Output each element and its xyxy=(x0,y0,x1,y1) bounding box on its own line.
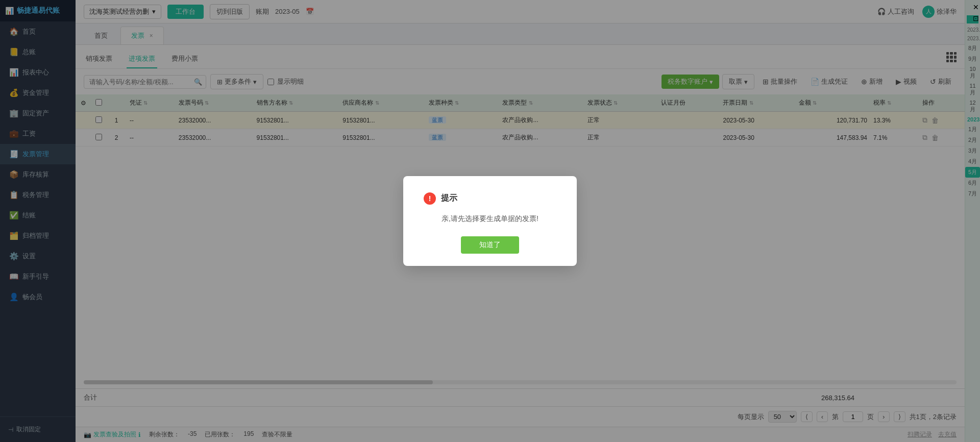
modal-ok-button[interactable]: 知道了 xyxy=(461,236,519,254)
modal-overlay: ! 提示 亲,请先选择要生成单据的发票! 知道了 xyxy=(0,0,980,442)
warning-char: ! xyxy=(429,194,431,203)
modal-body: 亲,请先选择要生成单据的发票! xyxy=(442,213,538,224)
modal-box: ! 提示 亲,请先选择要生成单据的发票! 知道了 xyxy=(403,176,577,266)
modal-header: ! 提示 xyxy=(424,192,457,205)
modal-message: 亲,请先选择要生成单据的发票! xyxy=(442,214,538,223)
warning-icon: ! xyxy=(424,192,436,205)
modal-footer: 知道了 xyxy=(461,236,519,254)
modal-title: 提示 xyxy=(441,193,457,204)
